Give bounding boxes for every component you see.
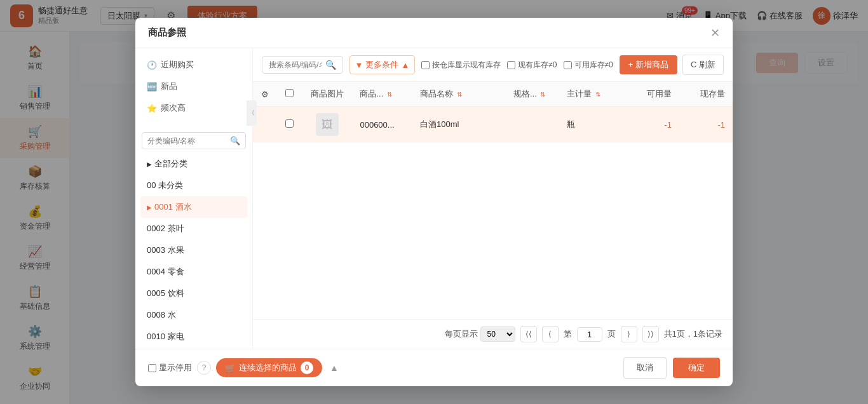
category-search-input[interactable] — [147, 137, 226, 145]
product-reference-dialog: 商品参照 ✕ 🕐 近期购买 🆕 新品 ⭐ 频次高 — [135, 18, 733, 386]
category-tabs: 🕐 近期购买 🆕 新品 ⭐ 频次高 — [135, 55, 252, 118]
product-search-input[interactable] — [269, 60, 322, 69]
category-item-beverage[interactable]: 0005 饮料 — [140, 283, 247, 304]
warehouse-stock-input[interactable] — [421, 61, 430, 69]
category-item-uncategorized[interactable]: 00 未分类 — [140, 175, 247, 196]
th-checkbox — [277, 82, 302, 107]
sort-name-icon: ⇅ — [457, 91, 462, 98]
total-info: 共1页，1条记录 — [664, 328, 722, 340]
arrow-icon-all: ▶ — [147, 161, 152, 168]
more-filter-btn[interactable]: ▼ 更多条件 ▲ — [349, 55, 416, 74]
search-box: 🔍 — [262, 56, 343, 74]
category-item-fruit[interactable]: 0003 水果 — [140, 239, 247, 261]
th-spec[interactable]: 规格... ⇅ — [506, 82, 559, 107]
star-icon: ⭐ — [147, 104, 157, 113]
confirm-button[interactable]: 确定 — [673, 358, 720, 378]
category-item-liquor[interactable]: ▶ 0001 酒水 — [140, 196, 247, 218]
cart-icon: 🛒 — [225, 363, 235, 373]
th-code[interactable]: 商品... ⇅ — [352, 82, 412, 107]
warehouse-stock-label: 按仓库显示现有库存 — [432, 60, 501, 71]
page-number-input[interactable] — [577, 327, 602, 342]
row-image: 🖼 — [302, 107, 353, 143]
recent-purchase-tab[interactable]: 🕐 近期购买 — [140, 55, 247, 75]
collapse-panel-btn[interactable]: 《 — [247, 100, 257, 126]
th-available-label: 可用量 — [647, 89, 672, 98]
frequent-tab[interactable]: ⭐ 频次高 — [140, 98, 247, 118]
cart-count: 0 — [301, 361, 313, 374]
th-unit[interactable]: 主计量 ⇅ — [559, 82, 613, 107]
footer-left: 显示停用 ? 🛒 连续选择的商品 0 ▲ — [148, 358, 341, 377]
cart-badge-btn[interactable]: 🛒 连续选择的商品 0 — [216, 358, 322, 377]
product-unit: 瓶 — [567, 119, 575, 129]
toolbar: 🔍 ▼ 更多条件 ▲ 按仓库显示现有库存 现有库存≠0 — [253, 48, 733, 82]
row-select-checkbox[interactable] — [285, 119, 294, 128]
content-panel: 🔍 ▼ 更多条件 ▲ 按仓库显示现有库存 现有库存≠0 — [253, 48, 733, 349]
th-image-label: 商品图片 — [311, 89, 344, 98]
row-available: -1 — [613, 107, 679, 143]
sort-spec-icon: ⇅ — [540, 91, 545, 98]
close-icon[interactable]: ✕ — [710, 27, 720, 39]
product-name: 白酒100ml — [420, 119, 459, 129]
next-page-btn[interactable]: ⟩ — [621, 326, 637, 342]
category-item-water[interactable]: 0008 水 — [140, 304, 247, 326]
category-item-snack[interactable]: 0004 零食 — [140, 261, 247, 283]
dialog-overlay: 商品参照 ✕ 🕐 近期购买 🆕 新品 ⭐ 频次高 — [0, 0, 868, 404]
category-label-all: 全部分类 — [154, 158, 187, 170]
product-available: -1 — [664, 120, 672, 130]
new-icon: 🆕 — [147, 82, 157, 91]
show-disabled-label: 显示停用 — [159, 362, 192, 374]
add-product-btn[interactable]: + 新增商品 — [620, 55, 677, 74]
th-stock: 现存量 — [679, 82, 733, 107]
first-page-btn[interactable]: ⟨⟨ — [520, 326, 537, 342]
filter-icon: ▼ — [355, 60, 363, 70]
row-code: 000600... — [352, 107, 412, 143]
th-image: 商品图片 — [302, 82, 353, 107]
row-spec — [506, 107, 559, 143]
cancel-button[interactable]: 取消 — [623, 357, 667, 379]
avail-stock-input[interactable] — [564, 61, 572, 69]
show-disabled-input[interactable] — [148, 364, 156, 372]
page-label: 第 — [564, 328, 572, 340]
th-available[interactable]: 可用量 — [613, 82, 679, 107]
avail-stock-checkbox[interactable]: 可用库存≠0 — [564, 60, 613, 71]
category-item-tea[interactable]: 0002 茶叶 — [140, 218, 247, 239]
category-panel: 🕐 近期购买 🆕 新品 ⭐ 频次高 🔍 — [135, 48, 253, 349]
chevron-up-icon: ▲ — [401, 60, 409, 70]
category-label-liquor: 0001 酒水 — [154, 201, 192, 213]
select-all-checkbox[interactable] — [285, 89, 294, 97]
new-product-label: 新品 — [161, 81, 177, 92]
pagination-bar: 每页显示 20 50 100 ⟨⟨ ⟨ 第 页 ⟩ ⟩⟩ 共1页，1条记录 — [253, 319, 733, 349]
prev-page-btn[interactable]: ⟨ — [542, 326, 559, 342]
last-page-btn[interactable]: ⟩⟩ — [642, 326, 659, 342]
th-name-label: 商品名称 — [420, 89, 453, 98]
product-code: 000600... — [360, 120, 394, 130]
arrow-icon-liquor: ▶ — [147, 204, 152, 211]
footer-collapse-arrow[interactable]: ▲ — [327, 360, 341, 375]
page-size-select: 每页显示 20 50 100 — [445, 327, 515, 342]
new-product-tab[interactable]: 🆕 新品 — [140, 76, 247, 97]
dialog-header: 商品参照 ✕ — [135, 18, 733, 48]
category-item-all[interactable]: ▶ 全部分类 — [140, 153, 247, 175]
dialog-body: 🕐 近期购买 🆕 新品 ⭐ 频次高 🔍 — [135, 48, 733, 349]
show-disabled-checkbox[interactable]: 显示停用 — [148, 362, 192, 374]
category-label-uncategorized: 00 未分类 — [147, 180, 183, 191]
refresh-btn[interactable]: C 刷新 — [682, 55, 724, 75]
category-label-beverage: 0005 饮料 — [147, 288, 184, 299]
warehouse-stock-checkbox[interactable]: 按仓库显示现有库存 — [421, 60, 501, 71]
page-size-label: 每页显示 — [445, 328, 478, 340]
category-item-appliance[interactable]: 0010 家电 — [140, 326, 247, 347]
dialog-footer: 显示停用 ? 🛒 连续选择的商品 0 ▲ 取消 确定 — [135, 349, 733, 386]
current-stock-input[interactable] — [507, 61, 515, 69]
current-stock-checkbox[interactable]: 现有库存≠0 — [507, 60, 557, 71]
th-name[interactable]: 商品名称 ⇅ — [412, 82, 506, 107]
search-icon[interactable]: 🔍 — [325, 60, 336, 70]
row-checkbox[interactable] — [277, 107, 302, 143]
table-row[interactable]: 🖼 000600... 白酒100ml — [253, 107, 733, 143]
row-stock: -1 — [679, 107, 733, 143]
category-search-icon[interactable]: 🔍 — [230, 136, 240, 145]
help-icon[interactable]: ? — [197, 361, 211, 375]
chevron-left-icon: 《 — [248, 109, 255, 118]
product-stock: -1 — [717, 120, 725, 130]
page-size-dropdown[interactable]: 20 50 100 — [480, 327, 515, 342]
th-code-label: 商品... — [360, 89, 383, 98]
